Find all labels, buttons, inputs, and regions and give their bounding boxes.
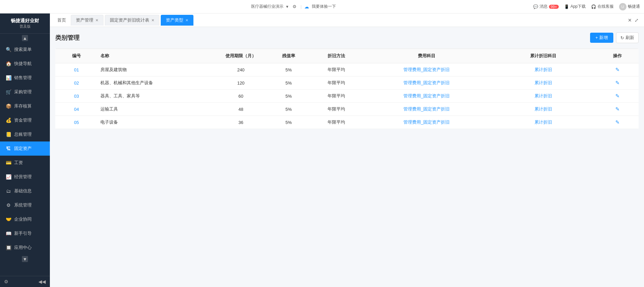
user-name: 畅捷通 bbox=[628, 4, 640, 9]
page-header: 类别管理 + 新增 ↻ 刷新 bbox=[55, 32, 639, 43]
gear-icon[interactable]: ⚙ bbox=[291, 3, 298, 10]
add-button[interactable]: + 新增 bbox=[590, 33, 613, 43]
window-maximize-icon[interactable]: ⤢ bbox=[635, 18, 639, 23]
salary-icon: 💳 bbox=[5, 160, 11, 165]
cell-expense[interactable]: 管理费用_固定资产折旧 bbox=[363, 76, 490, 90]
cell-action[interactable]: ✎ bbox=[596, 103, 639, 116]
cell-method: 年限平均 bbox=[310, 103, 363, 116]
message-item[interactable]: 💬 消息 99+ bbox=[533, 4, 559, 9]
tab-asset-mgmt-label: 资产管理 bbox=[76, 17, 93, 23]
cell-accum[interactable]: 累计折旧 bbox=[490, 76, 596, 90]
tab-asset-mgmt-close[interactable]: ✕ bbox=[95, 18, 98, 23]
sidebar-item-fixed[interactable]: 🏗 固定资产 bbox=[0, 141, 50, 156]
cell-period: 120 bbox=[214, 76, 267, 90]
cell-accum[interactable]: 累计折旧 bbox=[490, 116, 596, 129]
main-layout: 畅捷通好业财 普及版 ▲ 🔍 搜索菜单 🏠 快捷导航 📊 销售管理 🛒 采购管理… bbox=[0, 13, 644, 287]
message-label: 消息 bbox=[540, 4, 548, 9]
cell-residual: 5% bbox=[267, 116, 310, 129]
cell-expense[interactable]: 管理费用_固定资产折旧 bbox=[363, 116, 490, 129]
cell-code[interactable]: 01 bbox=[55, 63, 98, 76]
sidebar-item-purchase[interactable]: 🛒 采购管理 bbox=[0, 85, 50, 99]
cell-name: 房屋及建筑物 bbox=[98, 63, 214, 76]
system-icon: ⚙ bbox=[5, 202, 11, 208]
page-content: 类别管理 + 新增 ↻ 刷新 编号 名称 使用期限（月） 残值率 bbox=[50, 27, 644, 287]
experience-button[interactable]: 我要体验一下 bbox=[312, 4, 336, 9]
sidebar-label-sales: 销售管理 bbox=[14, 75, 32, 81]
refresh-icon: ↻ bbox=[620, 35, 624, 40]
cell-expense[interactable]: 管理费用_固定资产折旧 bbox=[363, 90, 490, 103]
cell-method: 年限平均 bbox=[310, 116, 363, 129]
tab-asset-mgmt[interactable]: 资产管理 ✕ bbox=[71, 15, 103, 26]
inventory-icon: 📦 bbox=[5, 103, 11, 109]
collapse-icon[interactable]: ◀◀ bbox=[38, 279, 46, 284]
experience-icon: ☁ bbox=[304, 4, 309, 9]
cell-accum[interactable]: 累计折旧 bbox=[490, 103, 596, 116]
sidebar-item-operations[interactable]: 📈 经营管理 bbox=[0, 170, 50, 184]
app-download-item[interactable]: 📱 App下载 bbox=[564, 4, 586, 9]
window-close-icon[interactable]: ✕ bbox=[628, 18, 632, 23]
tab-home[interactable]: 首页 bbox=[54, 15, 69, 25]
cell-expense[interactable]: 管理费用_固定资产折旧 bbox=[363, 103, 490, 116]
tab-depreciation-label: 固定资产折旧统计表 bbox=[110, 17, 149, 23]
cell-expense[interactable]: 管理费用_固定资产折旧 bbox=[363, 63, 490, 76]
data-table: 编号 名称 使用期限（月） 残值率 折旧方法 费用科目 累计折旧科目 操作 01… bbox=[55, 49, 639, 129]
online-service-label: 在线客服 bbox=[597, 4, 614, 9]
capital-icon: 💰 bbox=[5, 118, 11, 123]
tab-asset-type[interactable]: 资产类型 ✕ bbox=[161, 15, 193, 26]
cell-residual: 5% bbox=[267, 103, 310, 116]
cell-accum[interactable]: 累计折旧 bbox=[490, 63, 596, 76]
sidebar-item-quicknav[interactable]: 🏠 快捷导航 bbox=[0, 57, 50, 71]
sidebar-item-ledger[interactable]: 📒 总账管理 bbox=[0, 127, 50, 141]
cell-action[interactable]: ✎ bbox=[596, 90, 639, 103]
dropdown-icon[interactable]: ▾ bbox=[286, 4, 288, 9]
cell-code[interactable]: 05 bbox=[55, 116, 98, 129]
sidebar-label-fixed: 固定资产 bbox=[14, 146, 32, 152]
cell-code[interactable]: 03 bbox=[55, 90, 98, 103]
sidebar-item-apps[interactable]: 🔲 应用中心 bbox=[0, 241, 50, 255]
sidebar-item-search[interactable]: 🔍 搜索菜单 bbox=[0, 42, 50, 57]
sidebar-label-basic: 基础信息 bbox=[14, 188, 32, 194]
tab-depreciation-close[interactable]: ✕ bbox=[151, 18, 154, 23]
sidebar-label-search: 搜索菜单 bbox=[14, 46, 32, 53]
sidebar-label-operations: 经营管理 bbox=[14, 174, 32, 180]
online-service-item[interactable]: 🎧 在线客服 bbox=[591, 4, 614, 9]
sidebar-item-basic[interactable]: 🗂 基础信息 bbox=[0, 184, 50, 198]
table-row: 02机器、机械和其他生产设备1205%年限平均管理费用_固定资产折旧累计折旧✎ bbox=[55, 76, 639, 90]
settings-icon[interactable]: ⚙ bbox=[4, 279, 8, 284]
cell-name: 运输工具 bbox=[98, 103, 214, 116]
ledger-icon: 📒 bbox=[5, 132, 11, 137]
cell-action[interactable]: ✎ bbox=[596, 63, 639, 76]
message-icon: 💬 bbox=[533, 4, 538, 9]
header-expense: 费用科目 bbox=[363, 49, 490, 63]
user-item[interactable]: U 畅捷通 bbox=[619, 3, 640, 10]
cell-period: 60 bbox=[214, 90, 267, 103]
sidebar-item-enterprise[interactable]: 🤝 企业协同 bbox=[0, 212, 50, 226]
cell-accum[interactable]: 累计折旧 bbox=[490, 90, 596, 103]
sidebar-label-guide: 新手引导 bbox=[14, 230, 32, 236]
page-title: 类别管理 bbox=[55, 34, 80, 42]
cell-action[interactable]: ✎ bbox=[596, 116, 639, 129]
sidebar-item-system[interactable]: ⚙ 系统管理 bbox=[0, 198, 50, 212]
table-row: 05电子设备365%年限平均管理费用_固定资产折旧累计折旧✎ bbox=[55, 116, 639, 129]
cell-code[interactable]: 04 bbox=[55, 103, 98, 116]
sidebar-item-capital[interactable]: 💰 资金管理 bbox=[0, 113, 50, 127]
sidebar-item-salary[interactable]: 💳 工资 bbox=[0, 156, 50, 170]
message-badge: 99+ bbox=[549, 5, 559, 9]
cell-action[interactable]: ✎ bbox=[596, 76, 639, 90]
sidebar-scroll-up[interactable]: ▲ bbox=[22, 35, 28, 41]
operations-icon: 📈 bbox=[5, 174, 11, 180]
tab-asset-type-label: 资产类型 bbox=[166, 17, 183, 23]
sidebar-item-inventory[interactable]: 📦 库存核算 bbox=[0, 99, 50, 113]
sidebar-item-sales[interactable]: 📊 销售管理 bbox=[0, 71, 50, 85]
sidebar-scroll-down[interactable]: ▼ bbox=[22, 256, 28, 262]
cell-code[interactable]: 02 bbox=[55, 76, 98, 90]
table-row: 04运输工具485%年限平均管理费用_固定资产折旧累计折旧✎ bbox=[55, 103, 639, 116]
company-selector[interactable]: 医疗器械行业演示 bbox=[251, 4, 283, 9]
tab-asset-type-close[interactable]: ✕ bbox=[185, 18, 188, 23]
tab-depreciation-table[interactable]: 固定资产折旧统计表 ✕ bbox=[105, 15, 159, 26]
cell-name: 电子设备 bbox=[98, 116, 214, 129]
refresh-button[interactable]: ↻ 刷新 bbox=[616, 32, 639, 43]
sidebar-label-salary: 工资 bbox=[14, 160, 23, 166]
sidebar-label-purchase: 采购管理 bbox=[14, 89, 32, 95]
sidebar-item-guide[interactable]: 📖 新手引导 bbox=[0, 226, 50, 241]
